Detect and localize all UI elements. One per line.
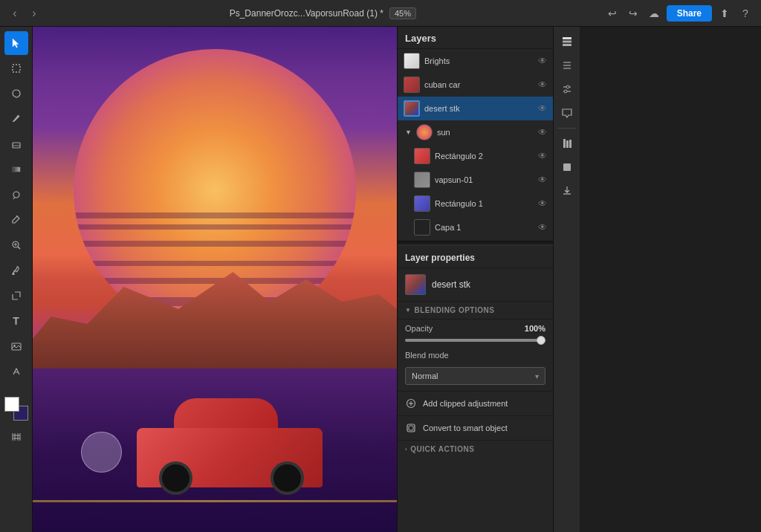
help-icon[interactable]: ? bbox=[737, 5, 754, 22]
layer-eye-cuban[interactable]: 👁 bbox=[538, 80, 547, 90]
comments-panel-icon[interactable] bbox=[557, 103, 577, 123]
svg-marker-0 bbox=[13, 39, 19, 48]
layer-item-capa1[interactable]: Capa 1 👁 bbox=[398, 215, 553, 239]
svg-rect-1 bbox=[13, 65, 20, 72]
image-tool[interactable] bbox=[4, 334, 28, 358]
fill-panel-icon[interactable] bbox=[557, 157, 577, 178]
svg-rect-38 bbox=[563, 139, 566, 148]
quick-actions-header[interactable]: › QUICK ACTIONS bbox=[398, 440, 553, 458]
layer-eye-sun[interactable]: 👁 bbox=[538, 127, 547, 137]
layer-group-arrow-sun[interactable]: ▼ bbox=[405, 129, 412, 136]
add-clipped-label: Add clipped adjustment bbox=[423, 399, 508, 408]
color-swatches[interactable] bbox=[4, 397, 28, 421]
add-clipped-adjustment-button[interactable]: Add clipped adjustment bbox=[398, 391, 553, 415]
prop-layer-preview: desert stk bbox=[398, 268, 553, 302]
car-wheel-right bbox=[271, 461, 304, 495]
share-button[interactable]: Share bbox=[667, 5, 712, 22]
dodge-tool[interactable] bbox=[4, 183, 28, 207]
marquee-tool[interactable] bbox=[4, 56, 28, 80]
cloud-icon[interactable]: ☁ bbox=[646, 5, 662, 22]
zoom-badge[interactable]: 45% bbox=[389, 7, 416, 19]
sun-stripe-2 bbox=[74, 224, 356, 230]
nav-forward-button[interactable]: › bbox=[27, 6, 42, 21]
opacity-row: Opacity 100% bbox=[398, 319, 553, 337]
type-tool[interactable]: T bbox=[4, 309, 28, 333]
gradient-tool[interactable] bbox=[4, 158, 28, 181]
layers-panel-icon[interactable] bbox=[557, 31, 577, 52]
select-tool[interactable] bbox=[4, 31, 28, 55]
prop-layer-thumb bbox=[405, 274, 426, 295]
car-body bbox=[137, 428, 323, 487]
blend-mode-row: Normal ▾ bbox=[398, 364, 553, 391]
topbar-right: ↩ ↪ ☁ Share ⬆ ? bbox=[604, 5, 754, 22]
svg-rect-13 bbox=[12, 273, 14, 275]
svg-rect-27 bbox=[409, 426, 413, 430]
foreground-color-swatch[interactable] bbox=[4, 397, 19, 412]
opacity-track[interactable] bbox=[405, 339, 545, 342]
adjustments-panel-icon[interactable] bbox=[557, 79, 577, 100]
layer-item-vapsun[interactable]: vapsun-01 👁 bbox=[398, 168, 553, 192]
convert-smart-label: Convert to smart object bbox=[423, 424, 508, 432]
sun-stripe-5 bbox=[74, 278, 356, 284]
pen-tool[interactable] bbox=[4, 208, 28, 232]
layer-eye-rect2[interactable]: 👁 bbox=[538, 151, 547, 161]
layer-item-rectangulo2[interactable]: Rectángulo 2 👁 bbox=[398, 144, 553, 168]
svg-point-7 bbox=[16, 215, 18, 217]
add-adjustment-icon bbox=[405, 398, 417, 409]
right-panel: Layers Brights 👁 cuban car 👁 desert stk … bbox=[397, 27, 553, 532]
properties-header: Layer properties bbox=[398, 247, 553, 268]
layer-name-vapsun: vapsun-01 bbox=[435, 175, 534, 184]
zoom-tool[interactable] bbox=[4, 233, 28, 257]
car-wheel-left bbox=[159, 461, 192, 495]
eyedropper-tool[interactable] bbox=[4, 259, 28, 282]
layer-item-sun[interactable]: ▼ sun 👁 bbox=[398, 120, 553, 144]
left-toolbar: T bbox=[0, 27, 33, 532]
right-icon-strip bbox=[553, 27, 580, 532]
layer-eye-brights[interactable]: 👁 bbox=[538, 56, 547, 66]
svg-rect-3 bbox=[13, 143, 20, 148]
brush-tool[interactable] bbox=[4, 107, 28, 131]
layer-name-cuban: cuban car bbox=[424, 80, 534, 89]
undo-icon[interactable]: ↩ bbox=[604, 5, 621, 22]
blending-arrow-icon: ▼ bbox=[405, 307, 411, 314]
main-area: T bbox=[0, 27, 761, 532]
blending-options-label: BLENDING OPTIONS bbox=[414, 306, 494, 314]
blending-options-header[interactable]: ▼ BLENDING OPTIONS bbox=[398, 302, 553, 319]
layer-eye-capa[interactable]: 👁 bbox=[538, 222, 547, 233]
layer-item-rectangulo1[interactable]: Rectángulo 1 👁 bbox=[398, 192, 553, 215]
opacity-value: 100% bbox=[525, 324, 545, 333]
layer-item-cuban-car[interactable]: cuban car 👁 bbox=[398, 73, 553, 97]
canvas-image bbox=[33, 27, 397, 532]
nav-back-button[interactable]: ‹ bbox=[7, 6, 22, 21]
opacity-handle[interactable] bbox=[537, 336, 545, 345]
blend-mode-select[interactable]: Normal ▾ bbox=[405, 367, 545, 385]
crop-tool[interactable] bbox=[4, 284, 28, 308]
grid-tool[interactable] bbox=[4, 425, 28, 449]
svg-rect-39 bbox=[566, 140, 569, 148]
layer-eye-rect1[interactable]: 👁 bbox=[538, 198, 547, 209]
layer-item-brights[interactable]: Brights 👁 bbox=[398, 49, 553, 73]
layer-eye-desert[interactable]: 👁 bbox=[538, 103, 547, 114]
redo-icon[interactable]: ↪ bbox=[625, 5, 641, 22]
path-tool[interactable] bbox=[4, 360, 28, 383]
layer-eye-vapsun[interactable]: 👁 bbox=[538, 175, 547, 185]
svg-line-9 bbox=[18, 247, 20, 249]
blend-mode-label: Blend mode bbox=[405, 351, 449, 360]
svg-rect-28 bbox=[563, 37, 571, 39]
convert-smart-object-button[interactable]: Convert to smart object bbox=[398, 415, 553, 440]
panel-divider bbox=[398, 241, 553, 245]
eraser-tool[interactable] bbox=[4, 132, 28, 156]
export-panel-icon[interactable] bbox=[557, 181, 577, 201]
lasso-tool[interactable] bbox=[4, 82, 28, 106]
upload-icon[interactable]: ⬆ bbox=[716, 5, 733, 22]
svg-point-35 bbox=[566, 85, 569, 88]
layer-name-brights: Brights bbox=[424, 56, 534, 65]
layer-thumb-capa bbox=[414, 219, 430, 236]
opacity-slider[interactable] bbox=[398, 337, 553, 346]
layer-item-desert-stk[interactable]: desert stk 👁 bbox=[398, 97, 553, 120]
layer-thumb-desert bbox=[404, 100, 420, 117]
properties-panel-icon[interactable] bbox=[557, 55, 577, 76]
blend-mode-label-row: Blend mode bbox=[398, 346, 553, 364]
layer-name-capa: Capa 1 bbox=[435, 223, 534, 232]
libraries-panel-icon[interactable] bbox=[557, 133, 577, 154]
